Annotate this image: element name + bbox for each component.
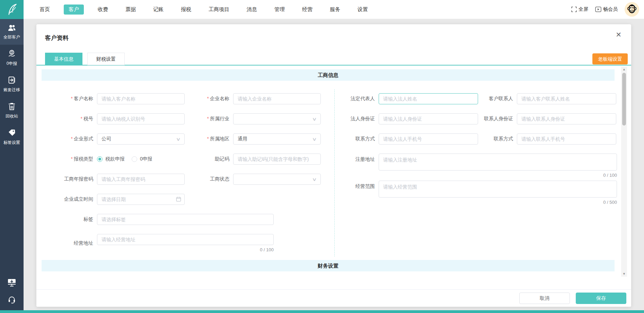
field-label: *客户名称 bbox=[45, 96, 97, 102]
field-company-form: *企业形式 公司 ∨ bbox=[45, 133, 185, 145]
sidebar-item-label: 全部客户 bbox=[3, 34, 20, 40]
field-tax-type: *报税类型 税款申报 0申报 bbox=[45, 154, 185, 165]
left-sidebar: 全部客户 0申报 账套迁移 回收站 标签设置 bbox=[0, 19, 24, 310]
nav-item-tax-filing[interactable]: 报税 bbox=[177, 5, 195, 15]
contact-id-input[interactable] bbox=[517, 113, 616, 124]
field-label: 工商年报密码 bbox=[45, 176, 97, 182]
topbar-right: 全屏 畅会员 🐵 bbox=[571, 2, 639, 17]
nav-item-management[interactable]: 管理 bbox=[271, 5, 288, 15]
enterprise-name-input[interactable] bbox=[233, 93, 321, 104]
vertical-scrollbar[interactable]: ▲ ▼ bbox=[621, 67, 627, 277]
top-navbar: 首页 客户 收费 票据 记账 报税 工商项目 消息 管理 经营 服务 设置 全屏… bbox=[0, 0, 644, 19]
field-label: 企业成立时间 bbox=[45, 196, 97, 202]
fullscreen-button[interactable]: 全屏 bbox=[571, 6, 588, 12]
tab-underline bbox=[36, 65, 631, 66]
nav-item-messages[interactable]: 消息 bbox=[243, 5, 261, 15]
legal-person-input[interactable] bbox=[379, 93, 478, 104]
nav-item-fees[interactable]: 收费 bbox=[94, 5, 112, 15]
calendar-icon[interactable] bbox=[176, 197, 181, 202]
boss-settings-button[interactable]: 老板端设置 bbox=[592, 53, 628, 64]
sidebar-item-tag-settings[interactable]: 标签设置 bbox=[0, 124, 24, 150]
field-legal-person: 法定代表人 bbox=[342, 93, 478, 104]
download-client-button[interactable] bbox=[7, 278, 16, 287]
member-button[interactable]: 畅会员 bbox=[595, 6, 618, 12]
legal-id-input[interactable] bbox=[379, 113, 478, 124]
tax-no-input[interactable] bbox=[97, 113, 185, 124]
sidebar-bottom-tools bbox=[7, 278, 16, 304]
sidebar-item-zero-declare[interactable]: 0申报 bbox=[0, 45, 24, 71]
establish-date-input[interactable] bbox=[97, 194, 185, 205]
field-industry: *所属行业 ∨ bbox=[185, 113, 321, 124]
field-label: 联系方式 bbox=[478, 136, 517, 142]
sidebar-item-account-migrate[interactable]: 账套迁移 bbox=[0, 71, 24, 97]
field-tax-no: *税号 bbox=[45, 113, 185, 124]
tab-finance-tax-settings[interactable]: 财税设置 bbox=[87, 53, 125, 65]
nav-item-services[interactable]: 服务 bbox=[326, 5, 344, 15]
field-label: 助记码 bbox=[185, 156, 233, 162]
field-label: 注册地址 bbox=[342, 154, 379, 163]
bottom-accent-strip bbox=[0, 310, 644, 313]
headset-icon bbox=[8, 296, 16, 304]
nav-item-bookkeeping[interactable]: 记账 bbox=[150, 5, 167, 15]
field-tags: 标签 bbox=[45, 214, 274, 225]
field-enterprise-name: *企业名称 bbox=[185, 93, 321, 104]
field-label: 联系方式 bbox=[342, 136, 379, 142]
contact-phone-input[interactable] bbox=[517, 133, 616, 145]
region-select[interactable]: 通用 ∨ bbox=[233, 133, 321, 145]
business-scope-textarea[interactable] bbox=[379, 181, 617, 198]
cancel-button[interactable]: 取消 bbox=[519, 293, 570, 304]
sidebar-item-recycle-bin[interactable]: 回收站 bbox=[0, 97, 24, 124]
feather-logo-icon bbox=[5, 2, 19, 16]
chevron-down-icon: ∨ bbox=[312, 116, 317, 122]
radio-zero-declare[interactable] bbox=[132, 156, 137, 162]
close-icon[interactable]: ✕ bbox=[616, 31, 621, 38]
user-avatar[interactable]: 🐵 bbox=[625, 2, 639, 17]
users-icon bbox=[8, 24, 16, 32]
column-divider bbox=[334, 89, 335, 257]
business-status-select[interactable]: ∨ bbox=[233, 174, 321, 185]
tags-input[interactable] bbox=[97, 214, 274, 225]
nav-item-business-projects[interactable]: 工商项目 bbox=[205, 5, 233, 15]
tag-settings-icon bbox=[8, 129, 16, 137]
industry-select[interactable]: ∨ bbox=[233, 113, 321, 124]
customer-name-input[interactable] bbox=[97, 93, 185, 104]
field-label: *税号 bbox=[45, 116, 97, 122]
scroll-down-icon[interactable]: ▼ bbox=[621, 271, 627, 277]
field-business-scope: 经营范围 0 / 500 bbox=[342, 181, 617, 205]
sidebar-item-all-customers[interactable]: 全部客户 bbox=[0, 19, 24, 45]
legal-phone-input[interactable] bbox=[379, 133, 478, 145]
registered-address-textarea[interactable] bbox=[379, 154, 617, 171]
nav-item-settings[interactable]: 设置 bbox=[354, 5, 371, 15]
radio-tax-declare[interactable] bbox=[97, 156, 103, 162]
nav-item-operations[interactable]: 经营 bbox=[299, 5, 316, 15]
field-label: 标签 bbox=[45, 216, 97, 223]
tax-type-radio-group: 税款申报 0申报 bbox=[97, 154, 185, 165]
nav-item-invoices[interactable]: 票据 bbox=[122, 5, 139, 15]
scrollbar-thumb[interactable] bbox=[622, 73, 626, 125]
mnemonic-input[interactable] bbox=[233, 154, 321, 165]
chevron-down-icon: ∨ bbox=[312, 177, 317, 182]
app-logo[interactable] bbox=[0, 0, 24, 19]
business-address-input[interactable] bbox=[97, 234, 274, 245]
customer-service-button[interactable] bbox=[8, 296, 16, 304]
nav-item-customers[interactable]: 客户 bbox=[64, 5, 84, 15]
field-customer-name: *客户名称 bbox=[45, 93, 185, 104]
dialog-tabs: 基本信息 财税设置 bbox=[45, 53, 125, 65]
field-registered-address: 注册地址 0 / 100 bbox=[342, 154, 617, 178]
field-label: 客户联系人 bbox=[478, 96, 517, 102]
required-marker: * bbox=[207, 116, 209, 121]
sidebar-item-label: 0申报 bbox=[7, 61, 17, 67]
tab-basic-info[interactable]: 基本信息 bbox=[45, 53, 82, 65]
radio-label: 税款申报 bbox=[105, 156, 125, 162]
scroll-up-icon[interactable]: ▲ bbox=[621, 67, 627, 72]
radio-label: 0申报 bbox=[140, 156, 152, 162]
annual-report-password-input[interactable] bbox=[97, 174, 185, 185]
dialog-title: 客户资料 bbox=[45, 34, 69, 42]
required-marker: * bbox=[207, 96, 209, 101]
field-establish-date: 企业成立时间 bbox=[45, 194, 185, 205]
nav-item-home[interactable]: 首页 bbox=[36, 5, 53, 15]
chevron-down-icon: ∨ bbox=[312, 137, 317, 142]
company-form-select[interactable]: 公司 ∨ bbox=[97, 133, 185, 145]
save-button[interactable]: 保存 bbox=[576, 293, 626, 304]
contact-person-input[interactable] bbox=[517, 93, 616, 104]
